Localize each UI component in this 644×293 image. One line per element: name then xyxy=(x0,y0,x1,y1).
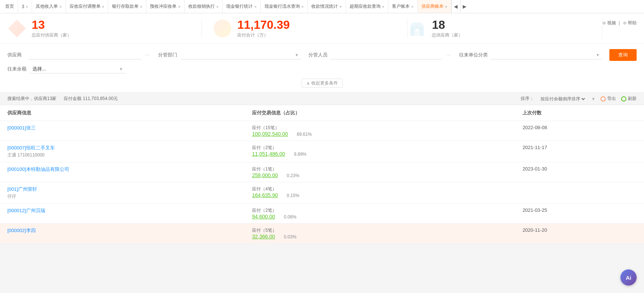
close-tab-pre-receive-icon[interactable]: × xyxy=(178,4,180,9)
summary-item-total-suppliers-content: 18 总供应商（家） xyxy=(432,18,463,38)
person-filter-dots[interactable]: ··· xyxy=(445,52,451,58)
close-tab-customer-book-icon[interactable]: × xyxy=(411,4,413,9)
nav-tab-receipt-stat[interactable]: 收款情况统计 × xyxy=(308,0,346,13)
sort-chevron-icon: ▼ xyxy=(591,97,595,101)
amount-value[interactable]: 164,635.90 xyxy=(252,192,278,198)
export-action[interactable]: 导出 xyxy=(601,96,616,102)
percent-value: 0.03% xyxy=(284,234,297,239)
supplier-info-cell: [001]广州荣轩仔仔 xyxy=(0,182,245,204)
total-suppliers-value: 18 xyxy=(432,18,463,31)
summary-item-total-suppliers: 18 总供应商（家） xyxy=(407,18,602,38)
top-navigation: 首页 3 × 其他收入单 × 应收应付调整单 × 银行存取款单 × 预收冲应收单… xyxy=(0,0,644,13)
supplier-link[interactable]: [000002]李四 xyxy=(7,228,36,233)
supplier-link[interactable]: [000100]本特勤油品有限公司 xyxy=(7,166,69,172)
supplier-info-cell: [000007]恒旺二手叉车王通 17106110000 xyxy=(0,141,245,162)
transaction-info-cell: 应付（4笔）164,635.900.15% xyxy=(245,182,515,204)
payable-suppliers-value: 13 xyxy=(32,18,71,31)
percent-value: 9.89% xyxy=(294,152,307,157)
export-icon xyxy=(601,96,606,101)
dept-filter-label: 分管部门 xyxy=(158,52,177,58)
close-tab-cash-bank-query-icon[interactable]: × xyxy=(301,4,304,9)
collapse-bar: ∧ 收起更多条件 xyxy=(7,77,637,89)
table-row: [000012]广州贝瑞应付（2笔）94,600.000.08%2021-03-… xyxy=(0,204,644,224)
filter-area: 供应商 ··· 分管部门 ▼ 分管人员 ··· 往来单位分类 xyxy=(0,44,644,93)
nav-tab-pre-receive[interactable]: 预收冲应收单 × xyxy=(146,0,184,13)
category-filter-select[interactable] xyxy=(491,51,602,59)
percent-value: 0.08% xyxy=(284,214,297,220)
video-link[interactable]: 视频 xyxy=(607,20,616,25)
nav-tab-overdue-query[interactable]: 超期应收款查询 × xyxy=(346,0,388,13)
table-row: [001]广州荣轩仔仔应付（4笔）164,635.900.15% xyxy=(0,182,644,204)
nav-tab-ar-ap-adjust[interactable]: 应收应付调整单 × xyxy=(66,0,108,13)
nav-tab-home[interactable]: 首页 xyxy=(1,0,18,13)
supplier-info-cell: [000001]张三 xyxy=(0,121,245,141)
payable-total-icon xyxy=(213,19,232,38)
close-tab-overdue-query-icon[interactable]: × xyxy=(382,4,384,9)
total-suppliers-icon xyxy=(407,19,427,38)
close-tab-other-income-icon[interactable]: × xyxy=(59,4,62,9)
close-tab-payment-verify-icon[interactable]: × xyxy=(216,4,218,9)
dept-filter-select[interactable] xyxy=(180,51,301,59)
supplier-filter-input[interactable] xyxy=(29,51,141,59)
supplier-filter-label: 供应商 xyxy=(7,52,26,58)
amount-value[interactable]: 258,000.00 xyxy=(252,172,278,178)
close-tab-3-icon[interactable]: × xyxy=(26,4,28,9)
nav-tab-other-income[interactable]: 其他收入单 × xyxy=(32,0,66,13)
nav-prev-arrow[interactable]: ◀ xyxy=(451,0,460,13)
export-label: 导出 xyxy=(607,96,616,102)
col-header-last-payment: 上次付数 xyxy=(515,105,644,121)
help-link[interactable]: 帮助 xyxy=(628,20,637,25)
summary-bar: 13 总应付供应商（家） 11,170.39 应付合计（万） 18 总供应商（家… xyxy=(0,13,644,44)
nav-next-arrow[interactable]: ▶ xyxy=(460,0,469,13)
payable-suppliers-label: 总应付供应商（家） xyxy=(32,32,71,38)
supplier-link[interactable]: [001]广州荣轩 xyxy=(7,186,37,192)
nav-tab-customer-book[interactable]: 客户账本 × xyxy=(388,0,417,13)
refresh-action[interactable]: 刷新 xyxy=(621,96,637,102)
dept-filter-select-wrap: ▼ xyxy=(180,51,301,59)
balance-filter-select[interactable]: 选择... xyxy=(29,65,125,73)
close-tab-ar-ap-adjust-icon[interactable]: × xyxy=(102,4,104,9)
nav-tab-3[interactable]: 3 × xyxy=(18,0,32,13)
summary-actions-separator: ⊙ 视频 ｜ ⊙ 帮助 xyxy=(602,20,637,26)
filter-item-dept: 分管部门 ▼ xyxy=(158,51,301,59)
collapse-button[interactable]: ∧ 收起更多条件 xyxy=(302,79,343,88)
person-filter-input[interactable] xyxy=(330,51,442,59)
supplier-filter-dots[interactable]: ··· xyxy=(144,52,150,58)
last-pay-cell: 2022-08-08 xyxy=(515,121,644,141)
transaction-label: 应付（4笔） xyxy=(252,186,508,192)
amount-value[interactable]: 94,600.00 xyxy=(252,214,275,220)
nav-tab-cash-bank-stat[interactable]: 现金银行统计 × xyxy=(223,0,260,13)
amount-value[interactable]: 11,051,486.00 xyxy=(252,151,285,157)
transaction-info-cell: 应付（5笔）32,366.000.03% xyxy=(245,224,515,244)
percent-value: 0.23% xyxy=(287,173,299,178)
last-pay-cell: 2023-01-30 xyxy=(515,162,644,182)
sort-select[interactable]: 按应付余额倒序排序 xyxy=(539,96,586,102)
summary-actions: ⊙ 视频 ｜ ⊙ 帮助 xyxy=(602,18,637,26)
filter-item-balance: 往来余额 选择... ▼ xyxy=(7,65,125,73)
supplier-link[interactable]: [000012]广州贝瑞 xyxy=(7,208,45,213)
supplier-link[interactable]: [000007]恒旺二手叉车 xyxy=(7,145,55,151)
supplier-info-cell: [000100]本特勤油品有限公司 xyxy=(0,162,245,182)
filter-item-category: 往来单位分类 ▼ xyxy=(459,51,602,59)
supplier-link[interactable]: [000001]张三 xyxy=(7,125,36,131)
query-button[interactable]: 查询 xyxy=(609,49,637,61)
summary-item-payable-suppliers: 13 总应付供应商（家） xyxy=(7,18,202,38)
nav-tab-cash-bank-query[interactable]: 现金银行流水查询 × xyxy=(261,0,308,13)
close-tab-bank-deposit-icon[interactable]: × xyxy=(140,4,142,9)
summary-item-payable-suppliers-content: 13 总应付供应商（家） xyxy=(32,18,71,38)
result-bar: 搜索结果中，供应商13家 应付金额 111,703,854.00元 排序： 按应… xyxy=(0,93,644,105)
close-tab-cash-bank-stat-icon[interactable]: × xyxy=(254,4,256,9)
filter-item-supplier: 供应商 ··· xyxy=(7,51,151,59)
table-row: [000007]恒旺二手叉车王通 17106110000应付（2笔）11,051… xyxy=(0,141,644,162)
summary-item-payable-total-content: 11,170.39 应付合计（万） xyxy=(237,18,290,38)
close-tab-supplier-book-icon[interactable]: × xyxy=(445,4,447,9)
filter-row-2: 往来余额 选择... ▼ xyxy=(7,65,125,73)
category-filter-label: 往来单位分类 xyxy=(459,52,488,58)
nav-tab-bank-deposit[interactable]: 银行存取款单 × xyxy=(108,0,146,13)
close-tab-receipt-stat-icon[interactable]: × xyxy=(339,4,342,9)
nav-tab-supplier-book[interactable]: 供应商账本 × xyxy=(418,0,451,13)
amount-value[interactable]: 100,092,540.00 xyxy=(252,131,288,137)
nav-tab-payment-verify[interactable]: 收款核销执行 × xyxy=(185,0,223,13)
amount-value[interactable]: 32,366.00 xyxy=(252,234,275,239)
person-filter-label: 分管人员 xyxy=(308,52,328,58)
